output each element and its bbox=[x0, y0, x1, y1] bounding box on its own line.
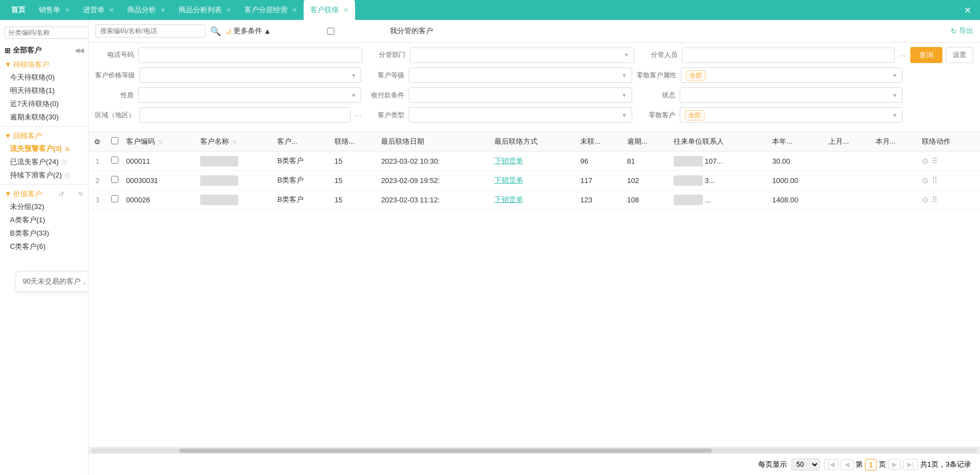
sidebar-all-customers[interactable]: ⊞ 全部客户 ◀◀ bbox=[0, 43, 88, 58]
row-last-month-2 bbox=[825, 190, 872, 210]
nav-purchase-close[interactable]: ✕ bbox=[109, 7, 114, 14]
row-checkbox-1[interactable] bbox=[106, 171, 123, 190]
filter-more-btn[interactable]: ⊿ 更多条件 ▲ bbox=[226, 26, 271, 36]
filter-nature-chevron: ▼ bbox=[351, 92, 356, 98]
row-checkbox-2[interactable] bbox=[106, 190, 123, 210]
search-input[interactable] bbox=[95, 24, 206, 38]
per-page-select[interactable]: 50 100 200 bbox=[791, 458, 820, 471]
sidebar-item-churned[interactable]: 已流失客户(24) ⓘ bbox=[0, 155, 88, 169]
page-last-btn[interactable]: ▶| bbox=[903, 459, 918, 470]
manage-checkbox[interactable] bbox=[275, 28, 386, 35]
filter-customer-type-select[interactable]: ▼ bbox=[409, 107, 632, 123]
row-last-month-0 bbox=[825, 152, 872, 171]
nav-sales-close[interactable]: ✕ bbox=[65, 7, 70, 14]
action-more-2[interactable]: ⠿ bbox=[932, 195, 937, 204]
settings-button[interactable]: 设置 bbox=[946, 47, 973, 63]
filter-payment-select[interactable]: ▼ bbox=[409, 87, 632, 103]
sidebar-item-class-a[interactable]: A类客户(1) bbox=[0, 213, 88, 227]
nav-analysis-close[interactable]: ✕ bbox=[160, 7, 165, 14]
row-contact-count-2: 15 bbox=[331, 190, 378, 210]
nav-analysis-list-close[interactable]: ✕ bbox=[226, 7, 231, 14]
action-more-1[interactable]: ⠿ bbox=[932, 176, 937, 185]
nav-sales[interactable]: 销售单 ✕ bbox=[32, 0, 76, 20]
row-last-method-2[interactable]: 下销货单 bbox=[491, 190, 577, 210]
page-next-btn[interactable]: ▶ bbox=[888, 459, 901, 470]
page-prev-btn[interactable]: ◀ bbox=[841, 459, 853, 470]
sidebar-item-class-c[interactable]: C类客户(6) bbox=[0, 240, 88, 253]
row-contact-person-1: name 3... bbox=[670, 171, 769, 190]
filter-retail-customer-select[interactable]: 全部 ▼ bbox=[680, 107, 903, 123]
table-header-code[interactable]: 客户编码 ⇅ bbox=[123, 132, 197, 152]
filter-status-select[interactable]: ▼ bbox=[680, 87, 903, 103]
horizontal-scrollbar[interactable] bbox=[88, 447, 980, 453]
row-checkbox-0[interactable] bbox=[106, 152, 123, 171]
row-contact-person-2: name ... bbox=[670, 190, 769, 210]
sidebar-item-ungrouped[interactable]: 未分组(32) bbox=[0, 200, 88, 213]
export-button[interactable]: ↻ 导出 bbox=[951, 26, 973, 36]
filter-customer-level: 客户等级 ▼ bbox=[366, 67, 632, 83]
sidebar-group-review-title[interactable]: ▼ 回顾客户 bbox=[0, 129, 88, 142]
search-button[interactable]: 🔍 bbox=[210, 26, 221, 36]
row-type-1: B类客户 bbox=[274, 171, 331, 190]
filter-phone-input[interactable] bbox=[138, 48, 362, 63]
info-icon-1: ⓘ bbox=[61, 159, 67, 165]
refresh-icon[interactable]: ↺ bbox=[59, 190, 64, 198]
scrollbar-thumb[interactable] bbox=[179, 448, 711, 453]
nav-sales-label: 销售单 bbox=[39, 5, 60, 15]
nav-customer-contact-label: 客户联络 bbox=[310, 5, 339, 15]
nav-analysis-list[interactable]: 商品分析列表 ✕ bbox=[172, 0, 238, 20]
table-header-name[interactable]: 客户名称 ⇅ bbox=[197, 132, 274, 152]
sidebar-group-value-title[interactable]: ▼ 价值客户 ↺ ✎ bbox=[0, 187, 88, 200]
sidebar-item-today[interactable]: 今天待联络(0) bbox=[0, 71, 88, 84]
sidebar-item-declining[interactable]: 持续下滑客户(2) ⓘ bbox=[0, 169, 88, 182]
scrollbar-track bbox=[91, 448, 978, 453]
filter-customer-level-select[interactable]: ▼ bbox=[409, 67, 632, 83]
action-link-0[interactable]: ⊙ bbox=[922, 156, 929, 165]
query-button[interactable]: 查询 bbox=[910, 47, 942, 63]
action-more-0[interactable]: ⠿ bbox=[932, 156, 937, 165]
sidebar-search-input[interactable] bbox=[4, 27, 88, 39]
row-last-method-0[interactable]: 下销货单 bbox=[491, 152, 577, 171]
nav-purchase[interactable]: 进货单 ✕ bbox=[76, 0, 121, 20]
sidebar-group-pending-title[interactable]: ▼ 待联络客户 bbox=[0, 58, 88, 71]
filter-person: 分管人员 ··· bbox=[639, 48, 906, 63]
nav-analysis-label: 商品分析 bbox=[127, 5, 156, 15]
row-code-0: 000011 bbox=[123, 152, 197, 171]
sidebar-item-class-b[interactable]: B类客户(33) bbox=[0, 227, 88, 240]
sidebar-item-churn-warning[interactable]: 流失预警客户(3) ⚠ bbox=[0, 142, 88, 155]
filter-retail-attr-select[interactable]: 全部 ▼ bbox=[681, 67, 903, 83]
nav-home[interactable]: 首页 bbox=[4, 0, 32, 20]
action-link-2[interactable]: ⊙ bbox=[922, 195, 929, 204]
filter-region-input[interactable] bbox=[139, 107, 351, 123]
window-close-icon[interactable]: ✕ bbox=[960, 5, 976, 15]
row-uncontacted-1: 117 bbox=[577, 171, 623, 190]
filter-person-dots[interactable]: ··· bbox=[899, 51, 906, 60]
filter-dept-select[interactable]: ▼ bbox=[410, 48, 634, 63]
filter-region-dots[interactable]: ··· bbox=[355, 111, 362, 119]
nav-customer-tier-close[interactable]: ✕ bbox=[292, 7, 297, 14]
sidebar-item-tomorrow[interactable]: 明天待联络(1) bbox=[0, 84, 88, 97]
sidebar-item-overdue[interactable]: 逾期未联络(30) bbox=[0, 111, 88, 124]
nav-home-label: 首页 bbox=[11, 5, 25, 15]
edit-icon[interactable]: ✎ bbox=[78, 190, 84, 198]
row-last-method-1[interactable]: 下销货单 bbox=[491, 171, 577, 190]
filter-manage[interactable]: 我分管的客户 bbox=[275, 26, 433, 36]
tooltip-churn: 90天未交易的客户，可能有流失风险。 bbox=[15, 272, 88, 291]
nav-customer-contact-close[interactable]: ✕ bbox=[343, 7, 348, 14]
filter-nature-select[interactable]: ▼ bbox=[138, 87, 361, 103]
sidebar-all-label: 全部客户 bbox=[13, 45, 41, 55]
select-all-checkbox[interactable] bbox=[111, 137, 118, 144]
table-header-gear[interactable]: ⚙ bbox=[88, 132, 106, 152]
nav-analysis[interactable]: 商品分析 ✕ bbox=[121, 0, 172, 20]
page-first-btn[interactable]: |◀ bbox=[824, 459, 838, 470]
nav-customer-tier[interactable]: 客户分层经营 ✕ bbox=[238, 0, 304, 20]
filter-person-input[interactable] bbox=[682, 48, 895, 63]
sidebar-collapse-icon[interactable]: ◀◀ bbox=[75, 47, 84, 54]
filter-price-level-select[interactable]: ▼ bbox=[139, 67, 361, 83]
filter-nature-label: 性质 bbox=[95, 91, 134, 100]
filter-customer-type-chevron: ▼ bbox=[622, 112, 627, 118]
sidebar-item-7days[interactable]: 近7天待联络(0) bbox=[0, 97, 88, 111]
table-header-checkbox[interactable] bbox=[106, 132, 123, 152]
action-link-1[interactable]: ⊙ bbox=[922, 176, 929, 185]
nav-customer-contact[interactable]: 客户联络 ✕ bbox=[304, 0, 355, 20]
